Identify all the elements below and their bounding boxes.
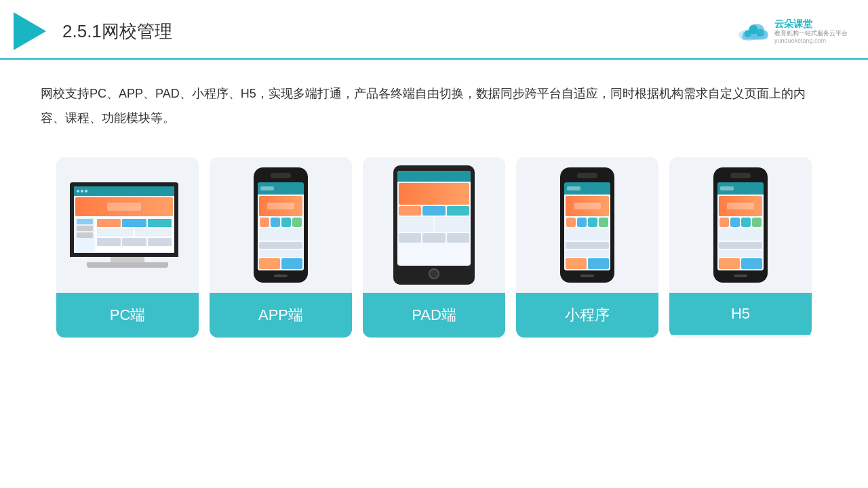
h5-phone-mockup	[713, 167, 768, 283]
miniprogram-screen	[564, 182, 610, 270]
tablet-mockup	[393, 165, 475, 285]
pad-image-area	[363, 157, 505, 293]
phone-home-button	[274, 274, 288, 277]
page-title: 2.5.1网校管理	[62, 20, 172, 43]
device-cards-container: PC端	[0, 144, 868, 351]
header: 2.5.1网校管理 云朵课堂 教育机构一站式服务云平台 yunduoketang…	[0, 0, 868, 60]
pad-label: PAD端	[363, 293, 505, 338]
cloud-icon	[736, 19, 770, 43]
h5-image-area	[669, 157, 812, 293]
play-icon	[14, 12, 46, 50]
header-left: 2.5.1网校管理	[14, 12, 172, 50]
pc-image-area	[56, 157, 199, 293]
logo-text: 云朵课堂 教育机构一站式服务云平台 yunduoketang.com	[774, 18, 848, 44]
miniprogram-phone-mockup	[560, 167, 614, 283]
tablet-home-button	[429, 268, 439, 279]
h5-card: H5	[669, 157, 812, 338]
pc-mockup	[70, 182, 185, 268]
pad-card: PAD端	[363, 157, 505, 338]
miniprogram-home-button	[580, 274, 594, 277]
svg-point-4	[745, 30, 751, 37]
tablet-screen	[397, 171, 471, 266]
app-label: APP端	[210, 293, 352, 338]
miniprogram-label: 小程序	[516, 293, 658, 338]
description-text: 网校支持PC、APP、PAD、小程序、H5，实现多端打通，产品各终端自由切换，数…	[0, 60, 868, 144]
app-screen	[258, 182, 304, 270]
h5-home-button	[734, 274, 747, 277]
miniprogram-image-area	[516, 157, 658, 293]
pc-screen	[70, 182, 178, 257]
svg-point-3	[756, 29, 764, 37]
app-phone-mockup	[254, 167, 308, 283]
cloud-logo: 云朵课堂 教育机构一站式服务云平台 yunduoketang.com	[736, 18, 848, 44]
miniprogram-card: 小程序	[516, 157, 658, 338]
app-card: APP端	[210, 157, 352, 338]
h5-label: H5	[669, 293, 812, 335]
pc-label: PC端	[56, 293, 199, 338]
h5-screen	[717, 182, 764, 270]
brand-logo: 云朵课堂 教育机构一站式服务云平台 yunduoketang.com	[736, 18, 848, 44]
app-image-area	[210, 157, 352, 293]
pc-card: PC端	[56, 157, 199, 338]
